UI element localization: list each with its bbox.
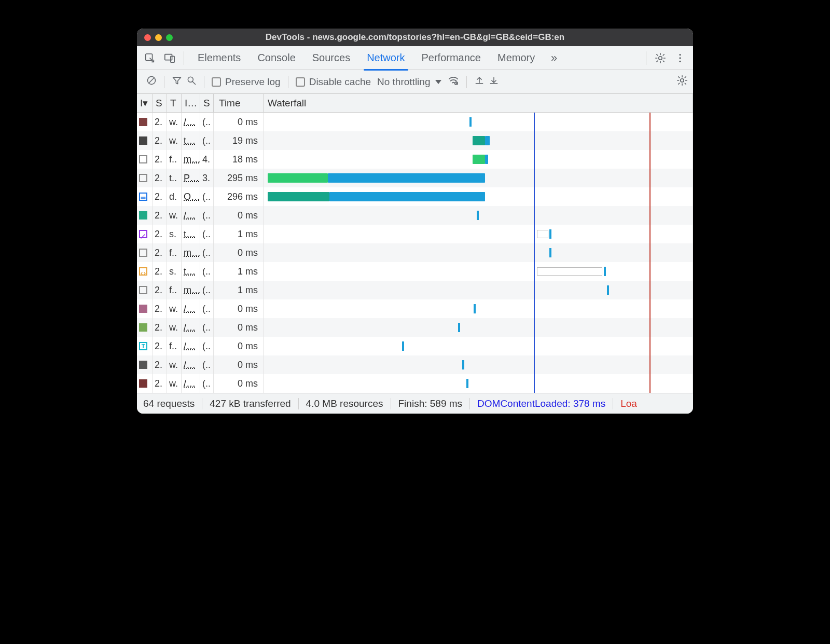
table-row[interactable]: 2.w./…(..0 ms <box>137 206 693 225</box>
col-icon-header[interactable]: I▾ <box>137 94 153 112</box>
cell-waterfall <box>264 337 693 355</box>
cell-size: 4. <box>200 150 214 169</box>
table-row[interactable]: 2.w./…(..0 ms <box>137 355 693 374</box>
tab-elements[interactable]: Elements <box>189 46 249 70</box>
initiator-link[interactable]: m… <box>184 248 200 258</box>
initiator-link[interactable]: /… <box>184 360 196 371</box>
initiator-link[interactable]: m… <box>184 285 200 296</box>
cell-type: s. <box>167 262 182 281</box>
cell-status: 2. <box>153 281 167 299</box>
table-row[interactable]: 2.f..m…(..1 ms <box>137 281 693 299</box>
table-row[interactable]: 2.w./…(..0 ms <box>137 113 693 131</box>
cell-waterfall <box>264 150 693 169</box>
kebab-menu-icon[interactable] <box>671 49 689 67</box>
network-conditions-icon[interactable] <box>448 75 459 89</box>
cell-initiator: P… <box>182 169 200 187</box>
cell-waterfall <box>264 206 693 225</box>
search-icon[interactable] <box>186 75 197 88</box>
disable-cache-checkbox[interactable]: Disable cache <box>296 76 371 88</box>
tab-performance[interactable]: Performance <box>413 46 490 70</box>
cell-type: f.. <box>167 150 182 169</box>
col-time-header[interactable]: Time <box>214 94 264 112</box>
cell-time: 18 ms <box>214 150 264 169</box>
initiator-link[interactable]: /… <box>184 322 196 333</box>
zoom-window-button[interactable] <box>166 34 173 41</box>
more-tabs-button[interactable]: » <box>545 49 563 67</box>
col-size-header[interactable]: S <box>200 94 214 112</box>
cell-type: w. <box>167 131 182 150</box>
col-initiator-header[interactable]: I… <box>182 94 200 112</box>
status-bar: 64 requests 427 kB transferred 4.0 MB re… <box>137 393 693 414</box>
table-row[interactable]: 2.w.t…(..19 ms <box>137 131 693 150</box>
cell-type: w. <box>167 318 182 337</box>
table-row[interactable]: 2.s.t…(..1 ms <box>137 262 693 281</box>
initiator-link[interactable]: /… <box>184 304 196 314</box>
preserve-log-checkbox[interactable]: Preserve log <box>212 76 281 88</box>
document-icon <box>139 193 147 201</box>
settings-icon[interactable] <box>652 49 669 67</box>
import-har-icon[interactable] <box>474 75 485 88</box>
initiator-link[interactable]: t… <box>184 266 196 277</box>
clear-button[interactable] <box>146 75 157 88</box>
table-row[interactable]: 2.d.O…(..296 ms <box>137 187 693 206</box>
tab-console[interactable]: Console <box>249 46 303 70</box>
export-har-icon[interactable] <box>489 75 499 88</box>
table-row[interactable]: 2.f..m…(..0 ms <box>137 243 693 262</box>
initiator-link[interactable]: /… <box>184 117 196 128</box>
image-icon <box>139 379 147 388</box>
initiator-link[interactable]: m… <box>184 154 200 165</box>
inspect-element-icon[interactable] <box>141 49 159 67</box>
initiator-link[interactable]: /… <box>184 341 196 352</box>
divider <box>466 76 467 88</box>
cell-waterfall <box>264 262 693 281</box>
close-window-button[interactable] <box>144 34 151 41</box>
network-settings-icon[interactable] <box>676 75 688 89</box>
minimize-window-button[interactable] <box>155 34 162 41</box>
chevron-down-icon <box>435 80 441 84</box>
table-row[interactable]: 2.w./…(..0 ms <box>137 318 693 337</box>
cell-type: f.. <box>167 243 182 262</box>
cell-status: 2. <box>153 206 167 225</box>
tab-network[interactable]: Network <box>358 46 413 70</box>
filter-icon[interactable] <box>172 75 182 88</box>
cell-initiator: O… <box>182 187 200 206</box>
svg-point-3 <box>659 56 662 59</box>
table-row[interactable]: 2.w./…(..0 ms <box>137 374 693 393</box>
throttling-value: No throttling <box>377 76 430 88</box>
cell-size: (.. <box>200 355 214 374</box>
cell-icon <box>137 206 153 225</box>
chevron-right-icon: » <box>551 51 557 65</box>
cell-icon: T <box>137 337 153 355</box>
initiator-link[interactable]: O… <box>184 191 200 202</box>
cell-time: 0 ms <box>214 206 264 225</box>
col-status-header[interactable]: S <box>153 94 167 112</box>
table-row[interactable]: 2.s.t…(..1 ms <box>137 225 693 243</box>
cell-status: 2. <box>153 150 167 169</box>
col-type-header[interactable]: T <box>167 94 182 112</box>
initiator-link[interactable]: /… <box>184 378 196 389</box>
cell-size: (.. <box>200 243 214 262</box>
tab-memory[interactable]: Memory <box>489 46 543 70</box>
initiator-link[interactable]: /… <box>184 210 196 221</box>
tab-sources[interactable]: Sources <box>304 46 358 70</box>
cell-initiator: /… <box>182 318 200 337</box>
cell-time: 0 ms <box>214 374 264 393</box>
device-toolbar-icon[interactable] <box>161 49 178 67</box>
col-waterfall-header[interactable]: Waterfall <box>264 94 693 112</box>
panel-tabs: ElementsConsoleSourcesNetworkPerformance… <box>137 46 693 70</box>
status-finish: Finish: 589 ms <box>398 398 463 409</box>
cell-size: (.. <box>200 131 214 150</box>
table-row[interactable]: T2.f../…(..0 ms <box>137 337 693 355</box>
cell-status: 2. <box>153 299 167 318</box>
cell-icon <box>137 150 153 169</box>
cell-status: 2. <box>153 337 167 355</box>
initiator-link[interactable]: t… <box>184 229 196 240</box>
table-row[interactable]: 2.w./…(..0 ms <box>137 299 693 318</box>
initiator-link[interactable]: P… <box>184 173 199 184</box>
table-row[interactable]: 2.t..P…3.295 ms <box>137 169 693 187</box>
throttling-select[interactable]: No throttling <box>375 76 444 88</box>
initiator-link[interactable]: t… <box>184 135 196 146</box>
cell-time: 296 ms <box>214 187 264 206</box>
table-row[interactable]: 2.f..m…4.18 ms <box>137 150 693 169</box>
divider <box>184 51 184 65</box>
